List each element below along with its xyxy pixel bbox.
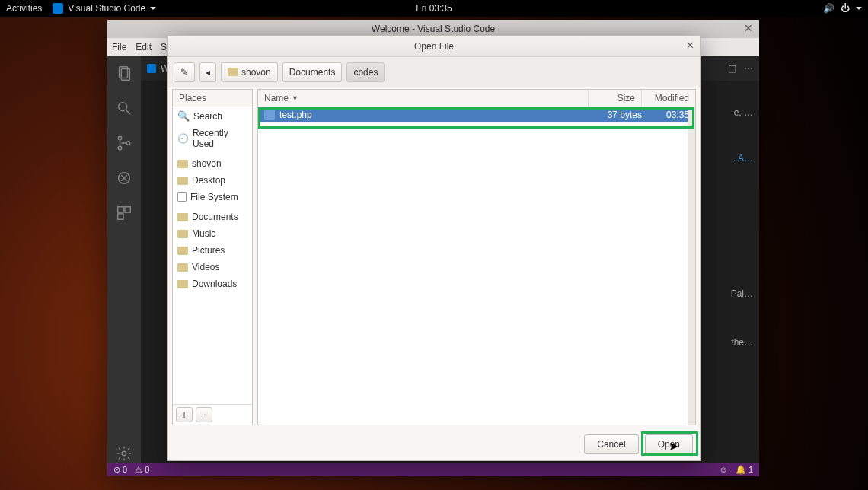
feedback-icon[interactable]: ☺ <box>720 465 728 475</box>
vscode-window: Welcome - Visual Studio Code ✕ File Edit… <box>107 20 759 476</box>
col-size[interactable]: Size <box>589 90 642 107</box>
col-name[interactable]: Name ▼ <box>258 90 589 107</box>
menu-edit[interactable]: Edit <box>136 42 152 52</box>
dialog-titlebar: Open File ✕ <box>168 36 700 57</box>
path-segment-codes[interactable]: codes <box>346 62 385 82</box>
path-back-button[interactable]: ◂ <box>199 62 216 82</box>
debug-icon[interactable] <box>115 169 133 187</box>
path-segment-documents[interactable]: Documents <box>282 62 343 82</box>
place-pictures[interactable]: Pictures <box>173 242 252 259</box>
extensions-icon[interactable] <box>115 204 133 222</box>
warnings-count[interactable]: ⚠ 0 <box>135 465 149 475</box>
disk-icon <box>177 192 187 202</box>
cancel-button[interactable]: Cancel <box>584 434 638 454</box>
dialog-title: Open File <box>414 41 454 52</box>
remove-bookmark-button[interactable]: − <box>196 407 212 422</box>
cursor-icon: ➤ <box>669 439 678 453</box>
vscode-icon <box>53 3 63 14</box>
file-list: Name ▼ Size Modified test.php 37 bytes 0… <box>257 89 696 425</box>
chevron-down-icon <box>150 7 156 10</box>
file-list-header: Name ▼ Size Modified <box>258 90 695 107</box>
volume-icon[interactable]: 🔊 <box>823 3 834 14</box>
svg-point-11 <box>122 451 126 456</box>
path-segment-home[interactable]: shovon <box>221 62 278 82</box>
svg-rect-9 <box>125 207 130 212</box>
svg-point-2 <box>119 103 127 111</box>
place-videos[interactable]: Videos <box>173 259 252 275</box>
scrollbar[interactable] <box>688 107 695 425</box>
path-bar: ✎ ◂ shovon Documents codes <box>168 57 700 88</box>
folder-icon <box>177 177 188 185</box>
svg-rect-8 <box>118 207 123 212</box>
app-menu-label: Visual Studio Code <box>68 3 145 14</box>
menu-file[interactable]: File <box>112 42 126 52</box>
folder-icon <box>177 263 188 272</box>
app-menu[interactable]: Visual Studio Code <box>53 3 156 14</box>
places-header: Places <box>173 90 252 107</box>
split-editor-icon[interactable]: ◫ <box>728 63 736 74</box>
folder-icon <box>177 230 188 238</box>
close-icon[interactable]: ✕ <box>744 22 753 34</box>
svg-point-4 <box>118 136 122 140</box>
folder-icon <box>177 160 188 168</box>
place-desktop[interactable]: Desktop <box>173 172 252 189</box>
menu-truncated[interactable]: S <box>161 42 167 52</box>
more-icon[interactable]: ⋯ <box>744 63 753 74</box>
search-icon: 🔍 <box>177 110 190 122</box>
folder-icon <box>177 280 188 288</box>
file-icon <box>264 110 275 120</box>
activity-bar <box>107 56 141 463</box>
place-documents[interactable]: Documents <box>173 208 252 225</box>
status-bar: ⊘ 0 ⚠ 0 ☺ 🔔 1 <box>107 463 759 476</box>
place-filesystem[interactable]: File System <box>173 189 252 205</box>
svg-point-5 <box>118 146 122 150</box>
place-downloads[interactable]: Downloads <box>173 275 252 292</box>
errors-count[interactable]: ⊘ 0 <box>113 465 127 475</box>
svg-rect-10 <box>118 214 123 219</box>
close-icon[interactable]: ✕ <box>686 40 694 51</box>
gnome-clock[interactable]: Fri 03:35 <box>416 3 452 14</box>
chevron-down-icon <box>856 7 862 10</box>
source-control-icon[interactable] <box>115 134 133 152</box>
folder-icon <box>177 247 188 255</box>
file-row[interactable]: test.php 37 bytes 03:35 <box>258 107 695 123</box>
gear-icon[interactable] <box>115 444 133 463</box>
edit-path-button[interactable]: ✎ <box>174 62 195 82</box>
explorer-icon[interactable] <box>115 64 133 82</box>
power-icon[interactable]: ⏻ <box>841 3 850 14</box>
svg-point-6 <box>126 142 130 145</box>
activities-button[interactable]: Activities <box>6 3 42 14</box>
clock-icon: 🕘 <box>177 133 189 144</box>
folder-icon <box>177 213 188 221</box>
notifications-icon[interactable]: 🔔 1 <box>736 465 753 475</box>
window-title: Welcome - Visual Studio Code <box>372 24 495 34</box>
place-music[interactable]: Music <box>173 225 252 242</box>
welcome-hints: e, … . A… Pal… the… <box>731 102 753 353</box>
place-home[interactable]: shovon <box>173 155 252 172</box>
svg-line-3 <box>126 110 131 115</box>
place-recent[interactable]: 🕘Recently Used <box>173 125 252 152</box>
gnome-top-bar: Activities Visual Studio Code Fri 03:35 … <box>0 0 868 17</box>
add-bookmark-button[interactable]: + <box>176 407 193 422</box>
vscode-icon <box>147 64 156 73</box>
open-file-dialog: Open File ✕ ✎ ◂ shovon Documents codes P… <box>167 35 701 461</box>
search-icon[interactable] <box>115 99 133 117</box>
col-modified[interactable]: Modified <box>642 90 695 107</box>
places-sidebar: Places 🔍Search 🕘Recently Used shovon Des… <box>172 89 253 425</box>
place-search[interactable]: 🔍Search <box>173 107 252 125</box>
